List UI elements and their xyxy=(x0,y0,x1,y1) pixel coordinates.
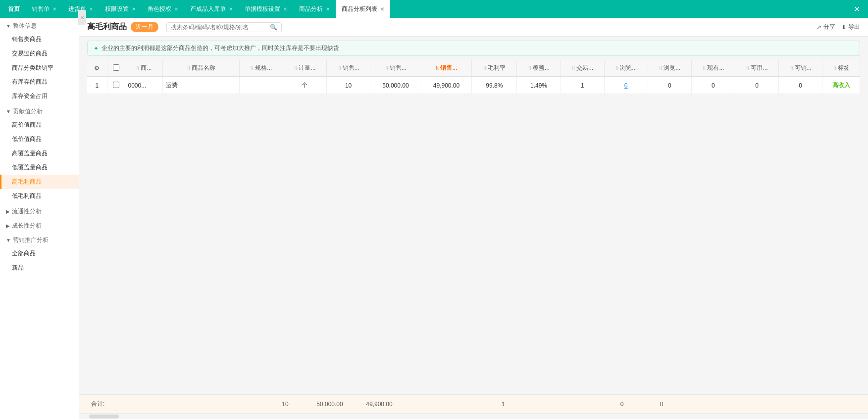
search-icon[interactable]: 🔍 xyxy=(270,24,277,31)
sort-icon[interactable]: ⇅ xyxy=(187,65,191,71)
sort-icon[interactable]: ⇅ xyxy=(136,65,140,71)
sidebar-item-low-value[interactable]: 低价值商品 xyxy=(0,132,79,146)
close-icon[interactable]: ✕ xyxy=(229,6,233,12)
sidebar-item-high-margin[interactable]: 高毛利商品 xyxy=(0,175,79,189)
export-button[interactable]: ⬇ 导出 xyxy=(841,23,860,31)
cell-browse1[interactable]: 0 xyxy=(604,77,648,94)
sidebar-item-new-goods[interactable]: 新品 xyxy=(0,261,79,275)
chevron-down-icon: ▼ xyxy=(6,237,11,243)
chevron-down-icon: ▼ xyxy=(6,109,11,114)
cell-transaction: 1 xyxy=(561,77,604,94)
sort-icon[interactable]: ⇅ xyxy=(702,65,706,71)
footer-cell-sales-amount: 50,000.00 xyxy=(305,401,355,408)
cell-sales-amount: 50,000.00 xyxy=(370,77,421,94)
panel-header: 高毛利商品 近一月 🔍 ↗ 分享 ⬇ 导出 xyxy=(79,18,868,37)
close-icon[interactable]: ✕ xyxy=(132,6,136,12)
sidebar-item-traded-goods[interactable]: 交易过的商品 xyxy=(0,47,79,61)
col-sales-qty: ⇅销售... xyxy=(327,60,370,77)
right-panel: 高毛利商品 近一月 🔍 ↗ 分享 ⬇ 导出 ✦ 企业的主要的利润都是这部分商品创… xyxy=(79,18,868,419)
col-settings[interactable]: ⚙ xyxy=(87,60,107,77)
close-icon[interactable]: ✕ xyxy=(283,6,287,12)
col-sales-profit: ⇅销售... xyxy=(421,60,472,77)
nav-tab-permission[interactable]: 权限设置 ✕ xyxy=(99,0,142,18)
sort-icon[interactable]: ⇅ xyxy=(659,65,663,71)
row-checkbox[interactable] xyxy=(113,82,119,88)
close-all-button[interactable]: ✕ xyxy=(848,4,866,14)
sidebar-item-sales-goods[interactable]: 销售类商品 xyxy=(0,32,79,47)
close-icon[interactable]: ✕ xyxy=(89,6,93,12)
filter-recent-month-button[interactable]: 近一月 xyxy=(131,22,158,32)
sidebar-group-marketing[interactable]: ▼ 营销推广分析 xyxy=(0,232,79,246)
horizontal-scrollbar[interactable] xyxy=(79,413,868,419)
sort-icon[interactable]: ⇅ xyxy=(250,65,254,71)
table-container[interactable]: ⚙ ⇅商... ⇅商品名称 ⇅规格... ⇅计量... ⇅销售... ⇅销售..… xyxy=(79,60,868,394)
share-button[interactable]: ↗ 分享 xyxy=(817,23,835,31)
nav-tab-product-warehouse[interactable]: 产成品入库单 ✕ xyxy=(184,0,239,18)
info-icon: ✦ xyxy=(94,45,99,52)
sidebar-group-contribution[interactable]: ▼ 贡献值分析 xyxy=(0,103,79,118)
sidebar-group-circulation[interactable]: ▶ 流通性分析 xyxy=(0,203,79,218)
sort-icon[interactable]: ⇅ xyxy=(833,65,837,71)
scrollbar-thumb[interactable] xyxy=(89,415,119,419)
close-icon[interactable]: ✕ xyxy=(174,6,178,12)
table-header-row: ⚙ ⇅商... ⇅商品名称 ⇅规格... ⇅计量... ⇅销售... ⇅销售..… xyxy=(87,60,860,77)
footer-cell-sales-profit: 49,900.00 xyxy=(355,401,404,408)
nav-tab-product-analysis[interactable]: 商品分析 ✕ xyxy=(293,0,336,18)
sidebar-item-low-coverage[interactable]: 低覆盖量商品 xyxy=(0,160,79,175)
table-row: 1 0000... 运费 个 10 50,000.00 49,900.00 99… xyxy=(87,77,860,94)
footer-cell-current-stock: 0 xyxy=(602,401,642,408)
chevron-down-icon: ▼ xyxy=(6,23,11,29)
cell-current-stock: 0 xyxy=(691,77,735,94)
sort-icon[interactable]: ⇅ xyxy=(435,65,439,71)
sort-icon[interactable]: ⇅ xyxy=(615,65,619,71)
sidebar-item-high-value[interactable]: 高价值商品 xyxy=(0,118,79,132)
nav-tab-template[interactable]: 单据模板设置 ✕ xyxy=(239,0,293,18)
close-icon[interactable]: ✕ xyxy=(380,6,384,12)
share-icon: ↗ xyxy=(817,24,821,31)
sidebar-item-high-coverage[interactable]: 高覆盖量商品 xyxy=(0,146,79,161)
sort-icon[interactable]: ⇅ xyxy=(338,65,342,71)
col-coverage: ⇅覆盖... xyxy=(517,60,561,77)
cell-code: 0000... xyxy=(125,77,163,94)
sort-icon[interactable]: ⇅ xyxy=(746,65,750,71)
nav-tab-sales[interactable]: 销售单 ✕ xyxy=(26,0,62,18)
cell-sales-qty: 10 xyxy=(327,77,370,94)
close-icon[interactable]: ✕ xyxy=(326,6,330,12)
sidebar-group-growth[interactable]: ▶ 成长性分析 xyxy=(0,218,79,232)
search-input[interactable] xyxy=(171,24,270,31)
col-current-stock: ⇅现有... xyxy=(691,60,735,77)
chevron-right-icon: ▶ xyxy=(6,223,10,229)
nav-tab-home[interactable]: 首页 xyxy=(2,0,26,18)
cell-available: 0 xyxy=(735,77,778,94)
sort-icon[interactable]: ⇅ xyxy=(294,65,298,71)
sort-icon[interactable]: ⇅ xyxy=(385,65,389,71)
footer-cell-transaction: 1 xyxy=(483,401,523,408)
col-browse1: ⇅浏览... xyxy=(604,60,648,77)
close-icon[interactable]: ✕ xyxy=(52,6,56,12)
sort-icon[interactable]: ⇅ xyxy=(483,65,487,71)
col-checkbox[interactable] xyxy=(107,60,125,77)
header-actions: ↗ 分享 ⬇ 导出 xyxy=(817,23,860,31)
sidebar-item-low-margin[interactable]: 低毛利商品 xyxy=(0,189,79,203)
settings-icon[interactable]: ⚙ xyxy=(94,65,100,72)
sort-icon[interactable]: ⇅ xyxy=(790,65,794,71)
cell-checkbox[interactable] xyxy=(107,77,125,94)
sidebar-item-all-goods[interactable]: 全部商品 xyxy=(0,246,79,261)
sidebar-group-overall[interactable]: ▼ 整体信息 xyxy=(0,18,79,32)
sidebar-toggle-button[interactable]: « xyxy=(78,18,86,25)
nav-tab-product-analysis-list[interactable]: 商品分析列表 ✕ xyxy=(336,0,390,18)
notice-bar: ✦ 企业的主要的利润都是这部分商品创造的，可考虑加大推广，同时关注库存是不要出现… xyxy=(87,41,860,56)
col-available: ⇅可用... xyxy=(735,60,778,77)
sidebar-item-in-stock[interactable]: 有库存的商品 xyxy=(0,75,79,89)
sort-icon[interactable]: ⇅ xyxy=(571,65,575,71)
nav-tab-role[interactable]: 角色授权 ✕ xyxy=(142,0,184,18)
col-sellable: ⇅可销... xyxy=(779,60,822,77)
product-table: ⚙ ⇅商... ⇅商品名称 ⇅规格... ⇅计量... ⇅销售... ⇅销售..… xyxy=(87,60,860,94)
sidebar-item-category-rate[interactable]: 商品分类助销率 xyxy=(0,61,79,75)
col-gross-margin: ⇅毛利率 xyxy=(472,60,517,77)
select-all-checkbox[interactable] xyxy=(113,64,119,71)
sidebar-item-stock-capital[interactable]: 库存资金占用 xyxy=(0,89,79,103)
col-transaction: ⇅交易... xyxy=(561,60,604,77)
col-unit: ⇅计量... xyxy=(283,60,326,77)
sort-icon[interactable]: ⇅ xyxy=(528,65,532,71)
